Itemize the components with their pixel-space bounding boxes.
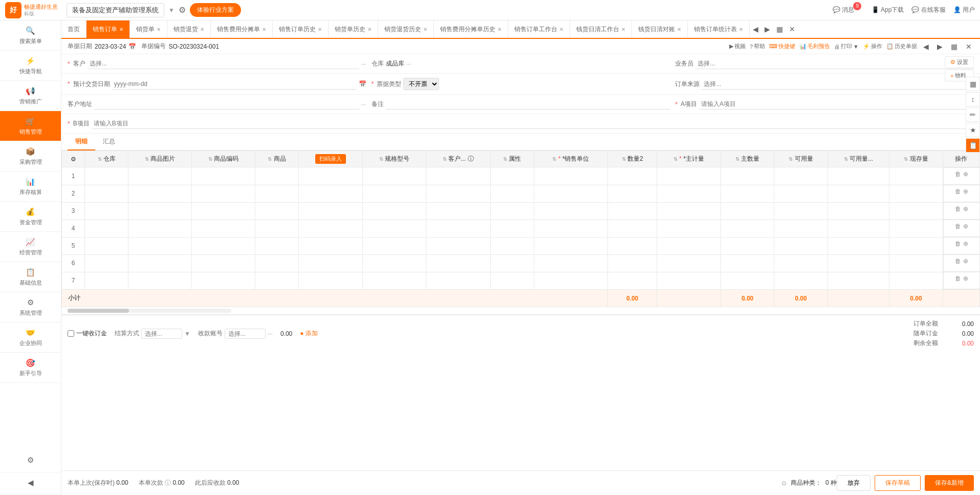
tab-cost-history[interactable]: 销售费用分摊单历史 ✕ (434, 20, 508, 38)
row-delete-2[interactable]: 🗑 (955, 188, 961, 199)
scrollbar-thumb[interactable] (68, 309, 129, 313)
tab-more[interactable]: ▦ (773, 20, 786, 38)
sidebar-settings[interactable]: ⚙ (0, 450, 61, 472)
right-tool-grid[interactable]: ▦ (966, 77, 980, 91)
invoice-select[interactable]: 不开票 (403, 78, 439, 90)
online-support[interactable]: 💬 在线客服 (911, 6, 945, 14)
tab-nav-next[interactable]: ▶ (761, 20, 773, 38)
sidebar-item-inventory[interactable]: 📊 库存核算 (0, 171, 61, 202)
tab-sales-return[interactable]: 销货退货 ✕ (167, 20, 211, 38)
sidebar-item-basicinfo[interactable]: 📋 基础信息 (0, 262, 61, 292)
sidebar-item-guide[interactable]: 🎯 新手引导 (0, 353, 61, 383)
row-copy-1[interactable]: ⊕ (963, 170, 968, 182)
address-dots[interactable]: ··· (361, 101, 366, 108)
col-spec[interactable]: ⇅ 规格型号 (362, 151, 426, 167)
sidebar-item-search[interactable]: 🔍 搜索菜单 (0, 20, 61, 51)
col-warehouse[interactable]: ⇅ 仓库 (85, 151, 128, 167)
row-delete-6[interactable]: 🗑 (955, 257, 961, 269)
note-input[interactable] (386, 99, 670, 110)
tab-close-all[interactable]: ✕ (786, 20, 798, 38)
tab-return-history[interactable]: 销货退货历史 ✕ (378, 20, 434, 38)
tab-daily-workbench[interactable]: 钱货日清工作台 ✕ (570, 20, 632, 38)
row-copy-2[interactable]: ⊕ (963, 188, 968, 199)
payment-dropdown-icon[interactable]: ▼ (184, 330, 190, 337)
account-input[interactable] (225, 329, 266, 339)
row-delete-3[interactable]: 🗑 (955, 205, 961, 217)
right-tool-clipboard[interactable]: 📋 (966, 138, 980, 153)
staff-input[interactable] (695, 58, 974, 69)
customer-dots[interactable]: ··· (361, 60, 366, 68)
tab-order-workbench[interactable]: 销售订单工作台 ✕ (508, 20, 570, 38)
sidebar-item-finance[interactable]: 💰 资金管理 (0, 202, 61, 232)
sidebar-item-purchase[interactable]: 📦 采购管理 (0, 141, 61, 171)
customer-input[interactable] (88, 58, 359, 69)
sidebar-item-sysadmin[interactable]: ⚙ 系统管理 (0, 292, 61, 322)
row-copy-5[interactable]: ⊕ (963, 240, 968, 251)
col-image[interactable]: ⇅ 商品图片 (128, 151, 192, 167)
tab-receipt-history[interactable]: 销货单历史 ✕ (329, 20, 378, 38)
scan-button[interactable]: 扫码录入 (315, 154, 346, 164)
fake-scrollbar[interactable] (68, 309, 231, 313)
col-available2[interactable]: ⇅ 可用量... (827, 151, 889, 167)
tab-close-order-history[interactable]: ✕ (318, 27, 322, 32)
settings-icon[interactable]: ⚙ (179, 5, 186, 15)
delivery-input[interactable] (112, 79, 357, 90)
col-product[interactable]: ⇅ 商品 (255, 151, 299, 167)
tab-cost-split[interactable]: 销售费用分摊单 ✕ (211, 20, 273, 38)
operation-btn[interactable]: ⚡ 操作 (863, 42, 882, 50)
form-nav-next[interactable]: ▶ (935, 42, 945, 51)
row-copy-4[interactable]: ⊕ (963, 223, 968, 234)
b-project-input[interactable] (92, 118, 974, 129)
discard-button[interactable]: 放弃 (837, 475, 870, 491)
col-unit[interactable]: ⇅ * *销售单位 (534, 151, 607, 167)
shortcut-btn[interactable]: ⌨ 快捷键 (769, 42, 795, 50)
add-button[interactable]: ● 添加 (300, 329, 318, 338)
tab-sales-receipt[interactable]: 销货单 ✕ (130, 20, 167, 38)
col-settings[interactable]: ⚙ (62, 151, 85, 167)
row-delete-7[interactable]: 🗑 (955, 275, 961, 286)
tab-close-return-history[interactable]: ✕ (423, 27, 427, 32)
tab-close-order-workbench[interactable]: ✕ (559, 27, 563, 32)
tab-close-cost-history[interactable]: ✕ (497, 27, 502, 32)
tab-sales-stats[interactable]: 销售订单统计表 ✕ (688, 20, 750, 38)
tab-home[interactable]: 首页 (61, 20, 86, 38)
print-btn[interactable]: 🖨 打印 ▼ (834, 42, 859, 50)
sidebar-collapse[interactable]: ◀ (0, 472, 61, 495)
tab-close-sales-return[interactable]: ✕ (200, 27, 204, 32)
sidebar-item-quicknav[interactable]: ⚡ 快捷导航 (0, 51, 61, 81)
tab-daily-reconcile[interactable]: 钱货日清对账 ✕ (632, 20, 688, 38)
right-tool-resize[interactable]: ↕ (966, 92, 980, 106)
address-input[interactable] (94, 99, 359, 110)
row-copy-3[interactable]: ⊕ (963, 205, 968, 217)
delivery-calendar-icon[interactable]: 📅 (359, 80, 366, 88)
col-attr[interactable]: ⇅ 属性 (490, 151, 534, 167)
tab-close-cost-split[interactable]: ✕ (262, 27, 266, 32)
tab-close-sales-stats[interactable]: ✕ (739, 27, 743, 32)
row-copy-7[interactable]: ⊕ (963, 275, 968, 286)
setting-button[interactable]: ⚙ 设置 (945, 56, 974, 68)
app-download[interactable]: 📱 App下载 (872, 6, 904, 14)
row-delete-1[interactable]: 🗑 (955, 170, 961, 182)
right-tool-favorite[interactable]: ★ (966, 123, 980, 137)
draft-button[interactable]: 保存草稿 (875, 475, 921, 491)
message-area[interactable]: 💬 消息 9 (833, 6, 864, 14)
col-qty2[interactable]: ⇅ 数量2 (608, 151, 657, 167)
col-available[interactable]: ⇅ 可用量 (774, 151, 827, 167)
save-new-button[interactable]: 保存&新增 (925, 475, 974, 491)
tab-close-receipt-history[interactable]: ✕ (367, 27, 372, 32)
warehouse-dots[interactable]: ··· (406, 60, 411, 68)
a-project-input[interactable] (699, 99, 974, 110)
sidebar-item-sales[interactable]: 🛒 销售管理 (0, 111, 61, 141)
detail-tab-summary[interactable]: 汇总 (95, 134, 123, 150)
help-btn[interactable]: ? 帮助 (750, 42, 765, 50)
col-scan[interactable]: 扫码录入 (298, 151, 362, 167)
order-source-input[interactable] (702, 79, 974, 90)
account-dots[interactable]: ··· (268, 330, 273, 337)
col-main-qty[interactable]: ⇅ 主数量 (721, 151, 774, 167)
tab-close-sales-order[interactable]: ✕ (119, 27, 123, 32)
detail-tab-detail[interactable]: 明细 (68, 134, 95, 150)
col-stock[interactable]: ⇅ 现存量 (889, 151, 943, 167)
history-btn[interactable]: 📋 历史单据 (886, 42, 917, 50)
row-delete-5[interactable]: 🗑 (955, 240, 961, 251)
system-dropdown-icon[interactable]: ▼ (168, 7, 175, 14)
